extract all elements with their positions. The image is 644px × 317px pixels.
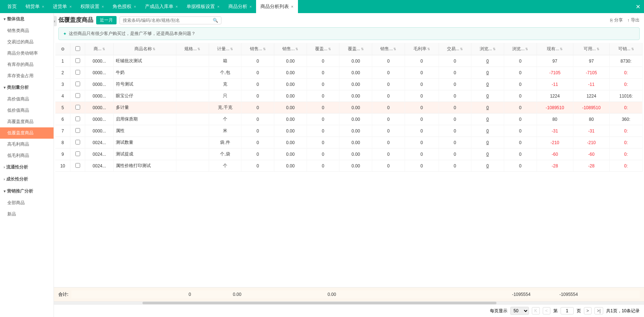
- table-container[interactable]: ⚙ 商...⇅ 商品名称⇅ 规格...⇅ 计量...⇅ 销售...⇅ 销售...…: [55, 43, 643, 287]
- sidebar-section-overall[interactable]: ▾ 整体信息: [0, 13, 54, 25]
- col-sales-amount: 销售...⇅: [274, 43, 307, 55]
- close-icon[interactable]: ×: [291, 4, 293, 9]
- main-layout: ▾ 整体信息 销售类商品 交易过的商品 商品分类动销率 有库存的商品 库存资金占…: [0, 13, 644, 317]
- search-box: 🔍: [119, 16, 221, 24]
- col-coverage2: 覆盖...⇅: [339, 43, 372, 55]
- close-icon[interactable]: ×: [102, 4, 104, 9]
- time-filter-button[interactable]: 近一月: [96, 16, 117, 24]
- row-checkbox[interactable]: [75, 70, 80, 75]
- sidebar-item-low-coverage[interactable]: 低覆盖度商品: [0, 127, 54, 139]
- last-page-button[interactable]: >|: [594, 307, 603, 314]
- share-button[interactable]: ⎘ 分享: [610, 17, 623, 23]
- browse-link[interactable]: 0: [486, 117, 489, 122]
- table-row: 30000...符号测试克00.0000.0000000-11-110:: [55, 79, 643, 90]
- row-checkbox[interactable]: [75, 105, 80, 110]
- sidebar-item-low-margin[interactable]: 低毛利商品: [0, 150, 54, 161]
- browse-link[interactable]: 0: [486, 128, 489, 134]
- browse-link[interactable]: 0: [486, 59, 489, 64]
- browse-link[interactable]: 0: [486, 82, 489, 87]
- tab-product-warehouse[interactable]: 产成品入库单 ×: [141, 0, 182, 13]
- col-unit: 计量...⇅: [209, 43, 242, 55]
- page-label: 第: [553, 308, 558, 314]
- table-row: 90024...测试提成个,袋00.0000.0000000-60-600:: [55, 148, 643, 160]
- sidebar-item-in-stock[interactable]: 有库存的商品: [0, 59, 54, 70]
- row-checkbox[interactable]: [75, 58, 80, 63]
- col-current-stock: 现有...⇅: [537, 43, 573, 55]
- col-browse1: 浏览...⇅: [471, 43, 504, 55]
- row-checkbox[interactable]: [75, 163, 80, 168]
- row-checkbox[interactable]: [75, 116, 80, 121]
- row-checkbox[interactable]: [75, 151, 80, 156]
- row-checkbox[interactable]: [75, 140, 80, 144]
- window-close-button[interactable]: ✕: [636, 3, 640, 10]
- tab-goods-analysis-list[interactable]: 商品分析列表 ×: [256, 0, 298, 13]
- page-label2: 页: [577, 308, 581, 314]
- row-checkbox[interactable]: [75, 82, 80, 86]
- col-sales-qty: 销售...⇅: [242, 43, 274, 55]
- sidebar-section-class[interactable]: ▾ 类别量分析: [0, 82, 54, 94]
- sidebar-item-new-goods[interactable]: 新品: [0, 209, 54, 220]
- tab-home[interactable]: 首页: [3, 0, 21, 13]
- sidebar-item-traded-goods[interactable]: 交易过的商品: [0, 36, 54, 48]
- sidebar-item-sales-goods[interactable]: 销售类商品: [0, 25, 54, 36]
- prev-page-button[interactable]: <: [543, 307, 550, 314]
- col-sales3: 销售...⇅: [372, 43, 405, 55]
- sidebar-item-low-value[interactable]: 低价值商品: [0, 105, 54, 116]
- total-sales-qty: 0: [166, 292, 213, 297]
- sidebar: ▾ 整体信息 销售类商品 交易过的商品 商品分类动销率 有库存的商品 库存资金占…: [0, 13, 54, 317]
- tab-sales-order[interactable]: 销货单 ×: [21, 0, 48, 13]
- per-page-select[interactable]: 50 10 20 100: [510, 307, 529, 315]
- chevron-down-icon: ▾: [4, 17, 5, 21]
- chevron-right-icon: ›: [4, 177, 5, 181]
- sidebar-item-high-margin[interactable]: 高毛利商品: [0, 139, 54, 150]
- page-title: 低覆盖度商品: [58, 16, 93, 24]
- tab-goods-analysis[interactable]: 商品分析 ×: [224, 0, 256, 13]
- export-button[interactable]: ↑ 导出: [627, 17, 640, 23]
- close-icon[interactable]: ×: [217, 4, 219, 9]
- next-page-button[interactable]: >: [584, 307, 592, 314]
- close-icon[interactable]: ×: [134, 4, 136, 9]
- horizontal-scrollbar[interactable]: [54, 301, 644, 304]
- col-settings[interactable]: ⚙: [55, 43, 70, 55]
- row-checkbox[interactable]: [75, 128, 80, 133]
- search-icon[interactable]: 🔍: [213, 18, 218, 23]
- browse-link[interactable]: 0: [486, 152, 489, 157]
- browse-link[interactable]: 0: [486, 105, 489, 110]
- browse-link[interactable]: 0: [486, 70, 489, 75]
- browse-link[interactable]: 0: [486, 140, 489, 145]
- sidebar-collapse-button[interactable]: «: [54, 16, 57, 26]
- sidebar-item-stock-fund[interactable]: 库存资金占用: [0, 70, 54, 82]
- sidebar-section-marketing[interactable]: ▾ 营销推广分析: [0, 185, 54, 197]
- sidebar-item-high-value[interactable]: 高价值商品: [0, 94, 54, 105]
- sidebar-item-high-coverage[interactable]: 高覆盖度商品: [0, 116, 54, 127]
- first-page-button[interactable]: K: [532, 307, 540, 314]
- tab-template-settings[interactable]: 单据模板设置 ×: [182, 0, 224, 13]
- table-row: 20000...牛奶个,包00.0000.0000000-7105-71050:: [55, 67, 643, 79]
- chevron-down-icon: ▾: [4, 189, 5, 193]
- total-coverage: 0.00: [308, 292, 356, 297]
- close-icon[interactable]: ×: [250, 4, 252, 9]
- info-banner: ✦ 这些商品只有很少客户购买过，是推广不够，还是商品本身问题？: [58, 27, 640, 40]
- page-number-input[interactable]: [561, 307, 574, 314]
- sidebar-item-all-goods[interactable]: 全部商品: [0, 197, 54, 209]
- footer-total: 合计: 0 0.00 0.00 -1095554 -1095554: [54, 287, 644, 301]
- tab-permission[interactable]: 权限设置 ×: [76, 0, 108, 13]
- browse-link[interactable]: 0: [486, 163, 489, 169]
- tab-role-auth[interactable]: 角色授权 ×: [108, 0, 140, 13]
- goods-table: ⚙ 商...⇅ 商品名称⇅ 规格...⇅ 计量...⇅ 销售...⇅ 销售...…: [55, 43, 643, 172]
- col-coverage1: 覆盖...⇅: [307, 43, 339, 55]
- search-input[interactable]: [123, 18, 213, 23]
- close-icon[interactable]: ×: [69, 4, 71, 9]
- select-all-checkbox[interactable]: [75, 46, 80, 51]
- sidebar-section-growth[interactable]: › 成长性分析: [0, 173, 54, 185]
- sidebar-section-flow[interactable]: › 流通性分析: [0, 161, 54, 173]
- row-checkbox[interactable]: [75, 93, 80, 98]
- close-icon[interactable]: ×: [176, 4, 178, 9]
- col-checkbox[interactable]: [70, 43, 85, 55]
- browse-link[interactable]: 0: [486, 94, 489, 99]
- table-row: 70000...属性米00.0000.0000000-31-310:: [55, 125, 643, 137]
- col-spec: 规格...⇅: [176, 43, 209, 55]
- tab-purchase-order[interactable]: 进货单 ×: [48, 0, 76, 13]
- sidebar-item-category-rate[interactable]: 商品分类动销率: [0, 48, 54, 59]
- close-icon[interactable]: ×: [42, 4, 44, 9]
